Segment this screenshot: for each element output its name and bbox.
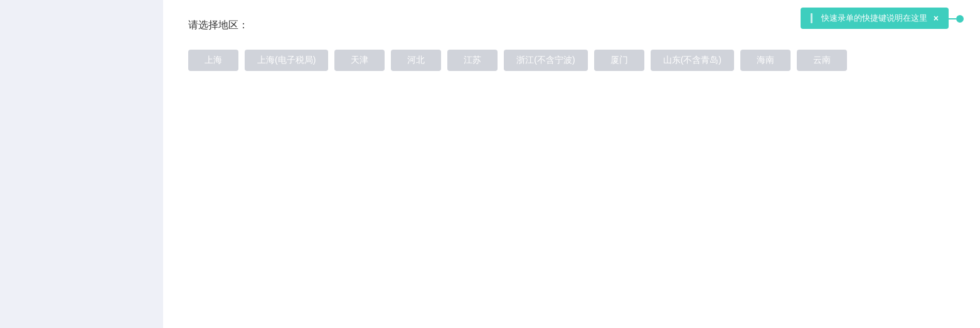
region-button[interactable]: 江苏 <box>447 50 498 71</box>
region-button[interactable]: 上海 <box>188 50 238 71</box>
region-button[interactable]: 河北 <box>391 50 441 71</box>
tooltip-dot <box>956 15 964 23</box>
region-button[interactable]: 厦门 <box>594 50 644 71</box>
main-content: 请选择地区： 上海上海(电子税局)天津河北江苏浙江(不含宁波)厦门 山东(不含青… <box>163 0 980 328</box>
region-row-1: 上海上海(电子税局)天津河北江苏浙江(不含宁波)厦门 <box>188 50 644 71</box>
tooltip-banner: 快速录单的快捷键说明在这里 × <box>801 8 949 29</box>
region-buttons: 上海上海(电子税局)天津河北江苏浙江(不含宁波)厦门 山东(不含青岛)海南云南 <box>188 50 955 77</box>
region-button[interactable]: 海南 <box>740 50 791 71</box>
sidebar <box>0 0 163 328</box>
region-button[interactable]: 浙江(不含宁波) <box>504 50 587 71</box>
region-row-2: 山东(不含青岛)海南云南 <box>651 50 847 71</box>
region-button[interactable]: 天津 <box>334 50 385 71</box>
tooltip-close-button[interactable]: × <box>934 13 939 23</box>
region-button[interactable]: 上海(电子税局) <box>245 50 328 71</box>
region-button[interactable]: 山东(不含青岛) <box>651 50 734 71</box>
tooltip-line <box>947 18 956 19</box>
region-button[interactable]: 云南 <box>797 50 847 71</box>
tooltip-text: 快速录单的快捷键说明在这里 <box>821 13 927 24</box>
